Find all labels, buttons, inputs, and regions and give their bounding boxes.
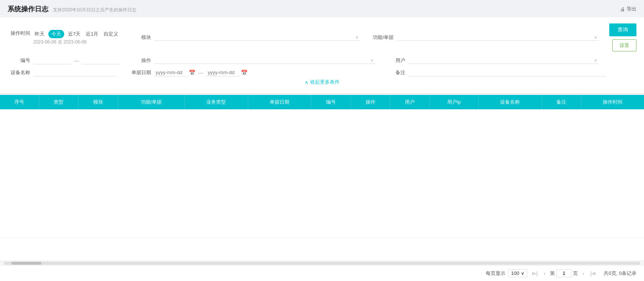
col-code: 编号 xyxy=(311,95,351,109)
date-label: 单据日期 xyxy=(128,69,151,76)
col-op-time: 操作时间 xyxy=(581,95,644,109)
date-block: 单据日期 📅 — 📅 xyxy=(128,69,383,76)
code-label: 编号 xyxy=(8,57,30,64)
time-btn-today[interactable]: 今天 xyxy=(48,30,64,38)
user-dropdown[interactable]: ∨ xyxy=(408,57,599,64)
prev-page-button[interactable]: ‹ xyxy=(542,270,547,277)
calendar-from-icon[interactable]: 📅 xyxy=(189,70,195,76)
device-label: 设备名称 xyxy=(8,69,30,76)
pagination-bar: 每页显示 100 ∨ ⊳| ‹ 第 页 › |⊲ 共0页, 0条记录 xyxy=(0,265,644,281)
device-block: 设备名称 xyxy=(8,69,128,76)
op-block: 操作 ∨ xyxy=(128,57,383,64)
collapse-button[interactable]: ∧ 收起更多条件 xyxy=(305,79,340,85)
remark-input[interactable] xyxy=(408,69,607,76)
col-module: 模块 xyxy=(79,95,118,109)
export-icon: 🖨 xyxy=(620,6,625,12)
device-input[interactable] xyxy=(33,69,116,76)
col-op: 操作 xyxy=(351,95,390,109)
calendar-to-icon[interactable]: 📅 xyxy=(241,70,247,76)
col-remark: 备注 xyxy=(542,95,581,109)
page-total: 共0页, 0条记录 xyxy=(604,270,636,277)
action-buttons: 查询 设置 xyxy=(606,23,636,51)
module-dropdown-arrow: ∨ xyxy=(355,35,358,40)
user-label: 用户 xyxy=(383,57,405,64)
time-btn-1month[interactable]: 近1月 xyxy=(84,30,100,38)
op-time-label: 操作时间 xyxy=(8,30,30,37)
func-label: 功能/单据 xyxy=(368,34,394,41)
func-dropdown-arrow: ∨ xyxy=(594,35,597,40)
col-biz-type: 业务类型 xyxy=(185,95,248,109)
scrollbar-area[interactable] xyxy=(0,261,644,265)
data-table: 序号 类型 模块 功能/单据 业务类型 单据日期 编号 操作 用户 用户ip 设… xyxy=(0,95,644,238)
last-page-button[interactable]: |⊲ xyxy=(589,270,598,277)
remark-block: 备注 xyxy=(383,69,637,76)
user-block: 用户 ∨ xyxy=(383,57,637,64)
col-index: 序号 xyxy=(0,95,39,109)
op-label: 操作 xyxy=(128,57,151,64)
date-from-input[interactable] xyxy=(154,69,188,76)
col-user-ip: 用户ip xyxy=(429,95,478,109)
code-block: 编号 — xyxy=(8,57,128,64)
op-dropdown-arrow: ∨ xyxy=(371,58,374,63)
scrollbar-thumb[interactable] xyxy=(11,262,42,265)
collapse-label: 收起更多条件 xyxy=(310,79,340,85)
op-time-block: 操作时间 昨天 今天 近7天 近1月 自定义 2023-06-06 至 2023… xyxy=(8,30,128,45)
code-to-input[interactable] xyxy=(82,57,120,64)
table-body xyxy=(0,109,644,238)
query-button[interactable]: 查询 xyxy=(609,23,636,36)
page-size-arrow: ∨ xyxy=(521,270,525,276)
next-page-button[interactable]: › xyxy=(581,270,586,277)
page-subtitle: 支持2020年10月31日之后产生的操作日志 xyxy=(53,7,136,13)
filter-row-3: 设备名称 单据日期 📅 — 📅 备注 xyxy=(8,69,636,76)
page-title: 系统操作日志 xyxy=(8,5,48,14)
time-btn-7days[interactable]: 近7天 xyxy=(66,30,82,38)
page-size-value: 100 xyxy=(511,270,519,276)
scrollbar-track xyxy=(4,262,640,265)
empty-row xyxy=(0,109,644,238)
user-dropdown-arrow: ∨ xyxy=(594,58,597,63)
page-input-wrap: 第 页 xyxy=(550,269,578,277)
module-block: 模块 ∨ xyxy=(128,34,368,41)
col-user: 用户 xyxy=(390,95,429,109)
col-type: 类型 xyxy=(39,95,78,109)
col-func: 功能/单据 xyxy=(118,95,184,109)
settings-button[interactable]: 设置 xyxy=(612,39,636,51)
time-range-display: 2023-06-06 至 2023-06-06 xyxy=(33,39,120,45)
time-btn-custom[interactable]: 自定义 xyxy=(102,30,120,38)
per-page-label: 每页显示 xyxy=(486,270,505,277)
col-device: 设备名称 xyxy=(478,95,542,109)
date-dash: — xyxy=(198,70,203,76)
table-wrapper: 序号 类型 模块 功能/单据 业务类型 单据日期 编号 操作 用户 用户ip 设… xyxy=(0,95,644,261)
page-suffix: 页 xyxy=(573,270,578,277)
export-label: 导出 xyxy=(627,6,636,12)
filter-area: 操作时间 昨天 今天 近7天 近1月 自定义 2023-06-06 至 2023… xyxy=(0,17,644,93)
empty-cell xyxy=(0,109,644,238)
col-doc-date: 单据日期 xyxy=(248,95,311,109)
collapse-up-icon: ∧ xyxy=(305,79,309,85)
page-header: 系统操作日志 支持2020年10月31日之后产生的操作日志 🖨 导出 xyxy=(0,0,644,17)
page-label: 第 xyxy=(550,270,555,277)
date-to-input[interactable] xyxy=(206,69,240,76)
module-dropdown[interactable]: ∨ xyxy=(154,34,360,41)
func-block: 功能/单据 ∨ xyxy=(368,34,607,41)
collapse-row: ∧ 收起更多条件 xyxy=(8,76,636,89)
func-dropdown[interactable]: ∨ xyxy=(397,34,599,41)
export-button[interactable]: 🖨 导出 xyxy=(620,6,636,12)
module-label: 模块 xyxy=(128,34,151,41)
page-size-select[interactable]: 100 ∨ xyxy=(508,269,527,277)
page-number-input[interactable] xyxy=(556,269,571,277)
filter-row-2: 编号 — 操作 ∨ 用户 ∨ xyxy=(8,57,636,64)
time-btn-yesterday[interactable]: 昨天 xyxy=(33,30,46,38)
op-dropdown[interactable]: ∨ xyxy=(154,57,375,64)
code-dash: — xyxy=(74,58,79,64)
first-page-button[interactable]: ⊳| xyxy=(530,270,539,277)
remark-label: 备注 xyxy=(383,69,405,76)
code-from-input[interactable] xyxy=(33,57,71,64)
table-header: 序号 类型 模块 功能/单据 业务类型 单据日期 编号 操作 用户 用户ip 设… xyxy=(0,95,644,109)
